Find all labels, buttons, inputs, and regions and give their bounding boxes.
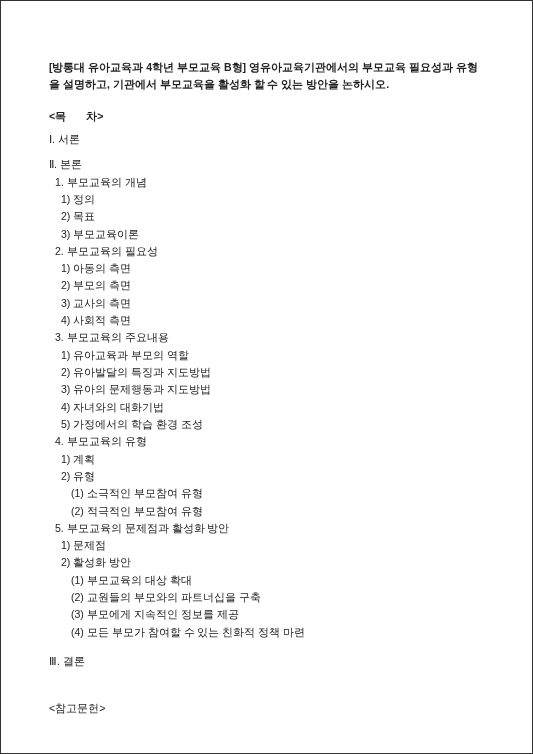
item-2-2-3: 3) 교사의 측면 — [49, 295, 484, 312]
toc-heading-right: 차> — [86, 110, 103, 122]
item-2-3-1: 1) 유아교육과 부모의 역할 — [49, 347, 484, 364]
document-title: [방통대 유아교육과 4학년 부모교육 B형] 영유아교육기관에서의 부모교육 … — [49, 59, 484, 94]
item-2-5-2-2: (2) 교원들의 부모와의 파트너십을 구축 — [49, 589, 484, 606]
item-2-5-2: 2) 활성화 방안 — [49, 554, 484, 571]
item-2-2-2: 2) 부모의 측면 — [49, 277, 484, 294]
item-2-2-4: 4) 사회적 측면 — [49, 312, 484, 329]
item-2-1-1: 1) 정의 — [49, 191, 484, 208]
item-2-4-1: 1) 계획 — [49, 451, 484, 468]
item-2-5-2-1: (1) 부모교육의 대상 확대 — [49, 572, 484, 589]
item-2-1-2: 2) 목표 — [49, 208, 484, 225]
item-2-1-3: 3) 부모교육이론 — [49, 226, 484, 243]
references-heading: <참고문헌> — [49, 700, 484, 717]
toc-heading-left: <목 — [49, 110, 66, 122]
item-2-4: 4. 부모교육의 유형 — [49, 433, 484, 450]
item-2-5-2-4: (4) 모든 부모가 참여할 수 있는 친화적 정책 마련 — [49, 624, 484, 641]
toc-heading: <목차> — [49, 108, 484, 125]
item-2-4-2: 2) 유형 — [49, 468, 484, 485]
item-2-3-5: 5) 가정에서의 학습 환경 조성 — [49, 416, 484, 433]
item-2-2: 2. 부모교육의 필요성 — [49, 243, 484, 260]
document-page: [방통대 유아교육과 4학년 부모교육 B형] 영유아교육기관에서의 부모교육 … — [0, 0, 533, 754]
item-2-3-2: 2) 유아발달의 특징과 지도방법 — [49, 364, 484, 381]
item-2-5-2-3: (3) 부모에게 지속적인 정보를 제공 — [49, 606, 484, 623]
section-2: Ⅱ. 본론 — [49, 156, 484, 173]
item-2-5: 5. 부모교육의 문제점과 활성화 방안 — [49, 520, 484, 537]
item-2-1: 1. 부모교육의 개념 — [49, 174, 484, 191]
item-2-5-1: 1) 문제점 — [49, 537, 484, 554]
item-2-4-2-1: (1) 소극적인 부모참여 유형 — [49, 485, 484, 502]
item-2-2-1: 1) 아동의 측면 — [49, 260, 484, 277]
item-2-4-2-2: (2) 적극적인 부모참여 유형 — [49, 503, 484, 520]
section-1: Ⅰ. 서론 — [49, 131, 484, 148]
item-2-3-4: 4) 자녀와의 대화기법 — [49, 399, 484, 416]
section-3: Ⅲ. 결론 — [49, 653, 484, 670]
item-2-3-3: 3) 유아의 문제행동과 지도방법 — [49, 381, 484, 398]
item-2-3: 3. 부모교육의 주요내용 — [49, 329, 484, 346]
